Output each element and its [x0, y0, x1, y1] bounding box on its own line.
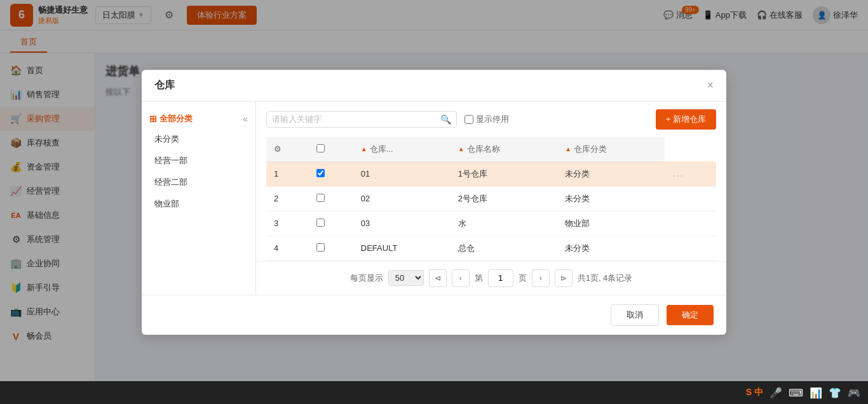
row-code: 03 — [353, 211, 451, 236]
modal-sidebar-title: ⊞ 全部分类 — [149, 113, 193, 125]
row-num: 1 — [266, 161, 309, 186]
search-input[interactable] — [272, 114, 440, 124]
prev-page-button[interactable]: ‹ — [452, 269, 470, 287]
row-checkbox[interactable] — [309, 211, 353, 236]
modal-main: 🔍 显示停用 + 新增仓库 ⚙ — [256, 102, 726, 295]
sidebar-item-dept2[interactable]: 经营二部 — [142, 172, 255, 193]
warehouse-modal: 仓库 × ⊞ 全部分类 « 未分类 经营一部 经营二部 物业部 — [142, 70, 726, 335]
row-code: 01 — [353, 161, 451, 186]
page-number-input[interactable] — [488, 269, 513, 287]
row-category: 物业部 — [557, 211, 665, 236]
col-code[interactable]: ▲ 仓库... — [353, 137, 451, 162]
page-label: 第 — [475, 273, 483, 284]
row-category: 未分类 — [557, 236, 665, 260]
col-settings[interactable]: ⚙ — [266, 137, 309, 162]
shirt-icon[interactable]: 👕 — [829, 387, 841, 399]
new-warehouse-button[interactable]: + 新增仓库 — [656, 109, 716, 130]
row-checkbox[interactable] — [309, 161, 353, 186]
sidebar-item-uncategorized[interactable]: 未分类 — [142, 128, 255, 150]
page-suffix: 页 — [519, 273, 527, 284]
bottom-bar: S 中 🎤 ⌨ 📊 👕 🎮 — [0, 381, 868, 404]
warehouse-table: ⚙ ▲ 仓库... — [256, 137, 726, 261]
modal-body: ⊞ 全部分类 « 未分类 经营一部 经营二部 物业部 🔍 — [142, 102, 726, 295]
chart-icon[interactable]: 📊 — [810, 387, 822, 399]
row-name: 1号仓库 — [451, 161, 558, 186]
sort-icon-cat: ▲ — [565, 145, 571, 152]
grid-icon: ⊞ — [149, 114, 157, 124]
close-icon[interactable]: × — [707, 79, 714, 92]
col-checkbox[interactable] — [309, 137, 353, 162]
mic-icon[interactable]: 🎤 — [770, 387, 782, 399]
modal-sidebar-header: ⊞ 全部分类 « — [142, 109, 255, 128]
first-page-button[interactable]: ⊲ — [429, 269, 447, 287]
per-page-select[interactable]: 50 100 — [388, 270, 424, 286]
keyboard-icon[interactable]: ⌨ — [789, 387, 803, 399]
row-code: 02 — [353, 186, 451, 211]
modal-title: 仓库 — [154, 79, 175, 92]
modal-footer: 取消 确定 — [142, 295, 726, 335]
table-row[interactable]: 1 01 1号仓库 未分类 ... — [266, 161, 716, 186]
row-category: 未分类 — [557, 186, 665, 211]
modal-overlay: 仓库 × ⊞ 全部分类 « 未分类 经营一部 经营二部 物业部 — [0, 0, 868, 404]
confirm-button[interactable]: 确定 — [667, 305, 714, 325]
collapse-icon[interactable]: « — [243, 114, 248, 124]
sort-icon-name: ▲ — [458, 145, 465, 152]
row-code: DEFAULT — [353, 236, 451, 260]
row-name: 2号仓库 — [451, 186, 558, 211]
row-num: 4 — [266, 236, 309, 260]
pagination: 每页显示 50 100 ⊲ ‹ 第 页 › ⊳ 共1页, 4条记录 — [256, 261, 726, 295]
cancel-button[interactable]: 取消 — [611, 304, 659, 326]
row-checkbox[interactable] — [309, 186, 353, 211]
col-category[interactable]: ▲ 仓库分类 — [557, 137, 665, 162]
sidebar-item-property[interactable]: 物业部 — [142, 193, 255, 215]
row-category: 未分类 — [557, 161, 665, 186]
last-page-button[interactable]: ⊳ — [555, 269, 573, 287]
row-more[interactable]: ... — [665, 161, 716, 186]
table-row[interactable]: 3 03 水 物业部 — [266, 211, 716, 236]
row-num: 3 — [266, 211, 309, 236]
row-name: 总仓 — [451, 236, 558, 260]
table-row[interactable]: 4 DEFAULT 总仓 未分类 — [266, 236, 716, 260]
modal-sidebar: ⊞ 全部分类 « 未分类 经营一部 经营二部 物业部 — [142, 102, 256, 295]
total-pages: 共1页, 4条记录 — [578, 273, 633, 284]
show-disabled-label[interactable]: 显示停用 — [465, 114, 509, 125]
modal-toolbar: 🔍 显示停用 + 新增仓库 — [256, 102, 726, 137]
row-num: 2 — [266, 186, 309, 211]
show-disabled-checkbox[interactable] — [465, 115, 473, 124]
table-row[interactable]: 2 02 2号仓库 未分类 — [266, 186, 716, 211]
sort-icon: ▲ — [361, 145, 367, 152]
brand-label: S 中 — [746, 387, 763, 398]
modal-header: 仓库 × — [142, 70, 726, 102]
select-all-checkbox[interactable] — [316, 144, 325, 152]
table-settings-icon: ⚙ — [274, 144, 281, 154]
game-icon[interactable]: 🎮 — [848, 387, 860, 399]
row-checkbox[interactable] — [309, 236, 353, 260]
search-input-wrap: 🔍 — [266, 111, 457, 128]
col-name[interactable]: ▲ 仓库名称 — [451, 137, 558, 162]
row-name: 水 — [451, 211, 558, 236]
next-page-button[interactable]: › — [532, 269, 550, 287]
sidebar-item-dept1[interactable]: 经营一部 — [142, 150, 255, 172]
per-page-label: 每页显示 — [350, 273, 383, 284]
search-icon: 🔍 — [440, 114, 451, 125]
